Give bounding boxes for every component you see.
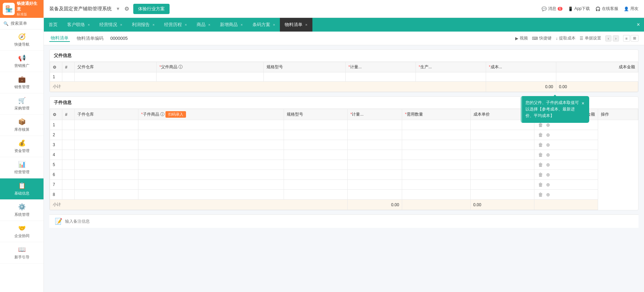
tab-new-products[interactable]: 新增商品 ×	[215, 18, 247, 32]
child-cell-spec-3[interactable]	[138, 140, 284, 150]
child-cell-unit-cost-3[interactable]	[402, 140, 470, 150]
settings-icon[interactable]: ⚙	[124, 5, 129, 12]
child-cell-qty-2[interactable]	[347, 130, 402, 140]
child-cell-warehouse-1[interactable]	[62, 120, 75, 130]
sidebar-item-system[interactable]: ⚙️ 系统管理	[0, 200, 44, 221]
online-service-button[interactable]: 🎧 在线客服	[595, 6, 618, 12]
child-cell-qty-6[interactable]	[347, 170, 402, 180]
tab-barcode[interactable]: 条码方案 ×	[248, 18, 280, 32]
delete-icon-4[interactable]: 🗑	[538, 152, 543, 157]
child-cell-qty-5[interactable]	[347, 160, 402, 170]
delete-icon-5[interactable]: 🗑	[538, 162, 543, 167]
sidebar-item-guide[interactable]: 📖 新手引导	[0, 242, 44, 264]
sidebar-item-purchase[interactable]: 🛒 采购管理	[0, 93, 44, 115]
tab-history[interactable]: 经营历程 ×	[159, 18, 191, 32]
sidebar-item-sales[interactable]: 💼 销售管理	[0, 72, 44, 93]
sub-tab-bom-code[interactable]: 物料清单编码	[75, 35, 105, 42]
sidebar-item-basic-info[interactable]: 📋 基础信息	[0, 178, 44, 200]
delete-icon-8[interactable]: 🗑	[538, 192, 543, 197]
child-cell-unit-cost-5[interactable]	[402, 160, 470, 170]
child-cell-unit-4[interactable]	[284, 150, 347, 160]
delete-icon-3[interactable]: 🗑	[538, 142, 543, 148]
tab-new-products-close[interactable]: ×	[240, 23, 243, 27]
child-col-settings[interactable]: ⚙	[50, 109, 62, 120]
child-cell-qty-8[interactable]	[347, 190, 402, 200]
scan-button[interactable]: 扫码录入	[165, 111, 186, 118]
copy-icon-2[interactable]: ⊕	[546, 132, 550, 138]
child-cell-warehouse-3[interactable]	[62, 140, 75, 150]
sidebar-item-operations[interactable]: 📊 经营管理	[0, 157, 44, 178]
child-cell-warehouse-6[interactable]	[62, 170, 75, 180]
parent-cell-unit-1[interactable]	[263, 72, 345, 82]
note-input[interactable]	[65, 219, 633, 224]
child-cell-product-2[interactable]	[75, 130, 138, 140]
copy-icon-1[interactable]: ⊕	[546, 122, 550, 128]
child-cell-unit-cost-2[interactable]	[402, 130, 470, 140]
extract-cost-action[interactable]: ↓ 提取成本	[556, 35, 575, 41]
tab-bom[interactable]: 物料清单 ×	[280, 18, 312, 32]
child-cell-unit-2[interactable]	[284, 130, 347, 140]
child-cell-spec-7[interactable]	[138, 180, 284, 190]
child-cell-unit-cost-4[interactable]	[402, 150, 470, 160]
delete-icon-6[interactable]: 🗑	[538, 172, 543, 177]
copy-icon-7[interactable]: ⊕	[546, 182, 550, 187]
copy-icon-3[interactable]: ⊕	[546, 142, 550, 148]
child-cell-qty-4[interactable]	[347, 150, 402, 160]
child-cell-unit-3[interactable]	[284, 140, 347, 150]
child-cell-warehouse-2[interactable]	[62, 130, 75, 140]
shortcut-action[interactable]: ⌨ 快捷键	[532, 35, 552, 41]
parent-cell-cost-1[interactable]	[416, 72, 486, 82]
sidebar-item-enterprise[interactable]: 🤝 企业协同	[0, 221, 44, 242]
close-all-tabs[interactable]: ×	[633, 22, 644, 28]
delete-icon-7[interactable]: 🗑	[538, 182, 543, 187]
child-cell-spec-4[interactable]	[138, 150, 284, 160]
tab-barcode-close[interactable]: ×	[273, 23, 275, 27]
sidebar-item-inventory[interactable]: 📦 库存核算	[0, 115, 44, 136]
child-cell-unit-cost-6[interactable]	[402, 170, 470, 180]
tab-operations-close[interactable]: ×	[120, 23, 122, 27]
app-download-button[interactable]: 📱 App下载	[568, 6, 590, 12]
child-cell-spec-2[interactable]	[138, 130, 284, 140]
child-cell-qty-1[interactable]	[347, 120, 402, 130]
child-cell-spec-5[interactable]	[138, 160, 284, 170]
child-cell-unit-cost-1[interactable]	[402, 120, 470, 130]
tab-history-close[interactable]: ×	[185, 23, 187, 27]
child-cell-unit-1[interactable]	[284, 120, 347, 130]
sidebar-item-finance[interactable]: 💰 资金管理	[0, 136, 44, 157]
child-cell-unit-5[interactable]	[284, 160, 347, 170]
collapse-btn-expand[interactable]: ⊞	[631, 35, 639, 42]
message-button[interactable]: 💬 消息 6	[542, 6, 562, 12]
child-cell-product-8[interactable]	[75, 190, 138, 200]
tab-bom-close[interactable]: ×	[305, 23, 307, 27]
sidebar-item-quick-nav[interactable]: 🧭 快捷导航	[0, 30, 44, 51]
single-settings-action[interactable]: ☰ 单据设置	[580, 35, 601, 41]
child-cell-product-3[interactable]	[75, 140, 138, 150]
child-cell-unit-cost-7[interactable]	[402, 180, 470, 190]
collapse-btn-list[interactable]: ≡	[623, 35, 630, 42]
delete-icon-2[interactable]: 🗑	[538, 132, 543, 138]
sub-tab-bom-list[interactable]: 物料清单	[49, 35, 70, 42]
child-cell-product-1[interactable]	[75, 120, 138, 130]
child-cell-qty-3[interactable]	[347, 140, 402, 150]
tab-customers[interactable]: 客户联络 ×	[62, 18, 95, 32]
delete-icon-1[interactable]: 🗑	[538, 122, 543, 128]
user-menu[interactable]: 👤 用友	[624, 6, 639, 12]
tab-products-close[interactable]: ×	[208, 23, 210, 27]
sidebar-search[interactable]: 🔍 搜索菜单	[0, 18, 44, 30]
video-action[interactable]: ▶ 视频	[515, 35, 528, 41]
child-cell-product-7[interactable]	[75, 180, 138, 190]
trial-button[interactable]: 体验行业方案	[133, 4, 170, 14]
child-cell-warehouse-8[interactable]	[62, 190, 75, 200]
copy-icon-4[interactable]: ⊕	[546, 152, 550, 157]
tab-profit[interactable]: 利润报告 ×	[127, 18, 159, 32]
tab-products[interactable]: 商品 ×	[192, 18, 215, 32]
parent-cell-production-1[interactable]	[346, 72, 416, 82]
parent-cell-spec-1[interactable]	[157, 72, 264, 82]
parent-col-settings[interactable]: ⚙	[50, 62, 62, 72]
tab-operations[interactable]: 经营情况 ×	[95, 18, 127, 32]
dropdown-arrow-icon[interactable]: ▼	[116, 6, 120, 11]
child-cell-spec-6[interactable]	[138, 170, 284, 180]
child-cell-product-4[interactable]	[75, 150, 138, 160]
child-cell-unit-6[interactable]	[284, 170, 347, 180]
child-cell-warehouse-7[interactable]	[62, 180, 75, 190]
